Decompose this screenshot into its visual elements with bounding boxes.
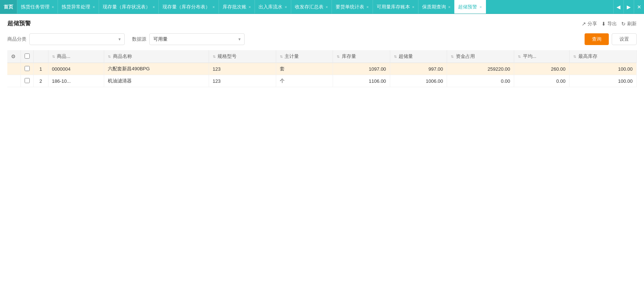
col-row-num xyxy=(33,50,48,63)
datasource-filter-group: 数据源 可用量 ▾ xyxy=(132,33,245,45)
sort-capital-icon: ⇅ xyxy=(451,55,454,59)
export-icon: ⬇ xyxy=(601,21,606,27)
nav-item-overstock-warning[interactable]: 超储预警 × xyxy=(454,0,486,14)
row-overstock: 1006.00 xyxy=(390,75,447,87)
share-button[interactable]: ↗ 分享 xyxy=(582,21,597,27)
nav-item-batch-account[interactable]: 库存批次账 × xyxy=(219,0,255,14)
close-shelf-life-icon[interactable]: × xyxy=(448,5,450,9)
nav-order-stats-label: 要货单统计表 xyxy=(336,4,364,10)
page-title: 超储预警 xyxy=(7,20,31,27)
row-spec: 123 xyxy=(209,63,276,75)
nav-inventory-dist-label: 现存量（库存分布表） xyxy=(162,4,210,10)
col-avg[interactable]: ⇅ 平均... xyxy=(514,50,570,63)
nav-pick-exception-label: 拣货异常处理 xyxy=(62,4,90,10)
close-pick-task-icon[interactable]: × xyxy=(52,5,54,9)
col-spec-label: 规格型号 xyxy=(217,53,237,59)
row-num-cell: 2 xyxy=(33,75,48,87)
col-spec[interactable]: ⇅ 规格型号 xyxy=(209,50,276,63)
table-row: 2 186-10... 机油滤清器 123 个 1106.00 1006.00 … xyxy=(7,75,637,87)
nav-close-all-button[interactable]: ✕ xyxy=(634,0,644,14)
nav-item-pick-exception[interactable]: 拣货异常处理 × xyxy=(58,0,99,14)
close-available-book-icon[interactable]: × xyxy=(412,5,414,9)
row-stock: 1097.00 xyxy=(333,63,390,75)
row-unit: 个 xyxy=(276,75,333,87)
export-button[interactable]: ⬇ 导出 xyxy=(601,21,617,27)
nav-item-pick-task[interactable]: 拣货任务管理 × xyxy=(17,0,58,14)
sort-avg-icon: ⇅ xyxy=(518,55,521,59)
row-max-stock: 100.00 xyxy=(569,63,636,75)
category-select[interactable]: ▾ xyxy=(29,33,125,45)
col-settings[interactable]: ⚙ xyxy=(7,50,21,63)
row-settings-cell xyxy=(7,75,21,87)
row-capital: 0.00 xyxy=(447,75,514,87)
nav-inout-flow-label: 出入库流水 xyxy=(259,4,282,10)
col-product-name-label: 商品名称 xyxy=(113,53,132,59)
nav-item-shelf-life[interactable]: 保质期查询 × xyxy=(418,0,454,14)
col-product-code-label: 商品... xyxy=(57,53,70,59)
datasource-label: 数据源 xyxy=(132,36,146,42)
col-avg-label: 平均... xyxy=(523,53,537,59)
col-product-name[interactable]: ⇅ 商品名称 xyxy=(104,50,209,63)
select-all-checkbox[interactable] xyxy=(25,53,30,59)
nav-item-available-book[interactable]: 可用量库存账本 × xyxy=(373,0,418,14)
col-checkbox[interactable] xyxy=(21,50,33,63)
col-capital[interactable]: ⇅ 资金占用 xyxy=(447,50,514,63)
close-inout-flow-icon[interactable]: × xyxy=(285,5,287,9)
col-unit[interactable]: ⇅ 主计量 xyxy=(276,50,333,63)
sort-max-stock-icon: ⇅ xyxy=(573,55,576,59)
share-icon: ↗ xyxy=(582,21,586,27)
export-label: 导出 xyxy=(607,21,617,27)
close-collect-summary-icon[interactable]: × xyxy=(326,5,328,9)
table-body: 1 0000004 六配套新昌490BPG 123 套 1097.00 997.… xyxy=(7,63,637,87)
col-product-code[interactable]: ⇅ 商品... xyxy=(48,50,104,63)
nav-item-home[interactable]: 首页 xyxy=(0,0,17,14)
refresh-label: 刷新 xyxy=(627,21,637,27)
nav-item-inout-flow[interactable]: 出入库流水 × xyxy=(255,0,291,14)
nav-available-book-label: 可用量库存账本 xyxy=(377,4,410,10)
row-spec: 123 xyxy=(209,75,276,87)
nav-overstock-warning-label: 超储预警 xyxy=(458,4,477,10)
close-pick-exception-icon[interactable]: × xyxy=(92,5,95,9)
category-filter-group: 商品分类 ▾ xyxy=(7,33,125,45)
gear-icon[interactable]: ⚙ xyxy=(11,53,16,59)
nav-next-button[interactable]: ▶ xyxy=(623,0,634,14)
sort-spec-icon: ⇅ xyxy=(213,55,216,59)
header-actions: ↗ 分享 ⬇ 导出 ↻ 刷新 xyxy=(582,21,637,27)
nav-arrows: ◀ ▶ ✕ xyxy=(613,0,644,14)
col-overstock[interactable]: ⇅ 超储量 xyxy=(390,50,447,63)
query-button[interactable]: 查询 xyxy=(585,33,609,45)
row-product-name: 机油滤清器 xyxy=(104,75,209,87)
row-checkbox[interactable] xyxy=(25,66,30,71)
nav-item-inventory-status[interactable]: 现存量（库存状况表） × xyxy=(99,0,159,14)
datasource-select[interactable]: 可用量 ▾ xyxy=(149,33,245,45)
close-order-stats-icon[interactable]: × xyxy=(366,5,369,9)
nav-shelf-life-label: 保质期查询 xyxy=(422,4,446,10)
category-label: 商品分类 xyxy=(7,36,26,42)
col-max-stock[interactable]: ⇅ 最高库存 xyxy=(569,50,636,63)
col-stock[interactable]: ⇅ 库存量 xyxy=(333,50,390,63)
row-checkbox-cell[interactable] xyxy=(21,75,33,87)
close-inventory-dist-icon[interactable]: × xyxy=(212,5,215,9)
settings-button[interactable]: 设置 xyxy=(612,33,637,45)
close-overstock-warning-icon[interactable]: × xyxy=(479,5,482,9)
close-batch-account-icon[interactable]: × xyxy=(249,5,251,9)
row-avg: 260.00 xyxy=(514,63,570,75)
col-stock-label: 库存量 xyxy=(342,53,356,59)
top-nav: 首页 拣货任务管理 × 拣货异常处理 × 现存量（库存状况表） × 现存量（库存… xyxy=(0,0,644,14)
sort-product-code-icon: ⇅ xyxy=(52,55,55,59)
nav-prev-button[interactable]: ◀ xyxy=(613,0,623,14)
row-checkbox-cell[interactable] xyxy=(21,63,33,75)
nav-item-inventory-dist[interactable]: 现存量（库存分布表） × xyxy=(159,0,219,14)
nav-batch-account-label: 库存批次账 xyxy=(223,4,246,10)
row-unit: 套 xyxy=(276,63,333,75)
row-checkbox[interactable] xyxy=(25,78,30,83)
refresh-button[interactable]: ↻ 刷新 xyxy=(621,21,637,27)
nav-item-collect-summary[interactable]: 收发存汇总表 × xyxy=(291,0,332,14)
row-settings-cell xyxy=(7,63,21,75)
row-stock: 1106.00 xyxy=(333,75,390,87)
close-inventory-status-icon[interactable]: × xyxy=(153,5,155,9)
refresh-icon: ↻ xyxy=(621,21,626,27)
table-header-row: ⚙ ⇅ 商品... ⇅ 商品名称 ⇅ 规格型号 xyxy=(7,50,637,63)
row-num-cell: 1 xyxy=(33,63,48,75)
nav-item-order-stats[interactable]: 要货单统计表 × xyxy=(332,0,373,14)
